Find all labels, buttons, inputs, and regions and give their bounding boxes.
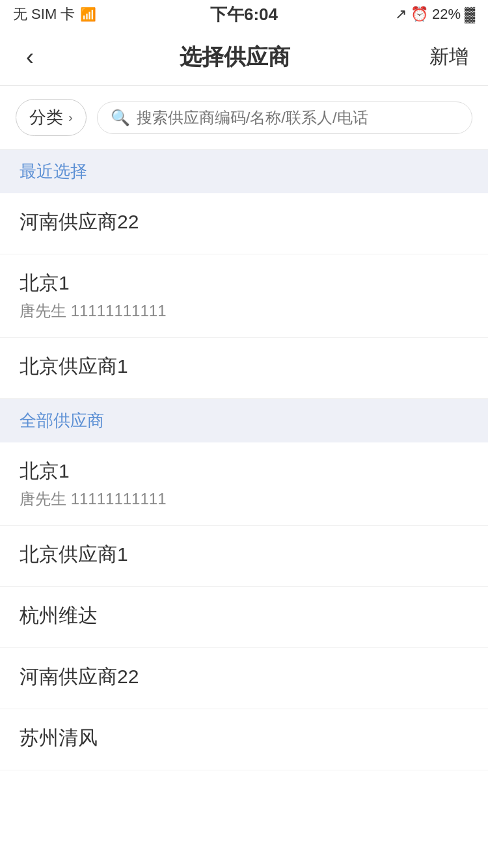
item-name: 北京供应商1 [20, 353, 468, 380]
battery-label: 22% [432, 6, 461, 23]
battery-icon: ▓ [465, 6, 475, 23]
wifi-icon: 📶 [80, 7, 96, 22]
list-item[interactable]: 北京1唐先生 11111111111 [0, 254, 488, 338]
status-bar: 无 SIM 卡 📶 下午6:04 ↗ ⏰ 22% ▓ [0, 0, 488, 29]
sim-label: 无 SIM 卡 [13, 5, 75, 24]
item-detail: 唐先生 11111111111 [20, 489, 468, 509]
category-button[interactable]: 分类 › [16, 99, 87, 136]
list-item[interactable]: 杭州维达 [0, 587, 488, 648]
item-name: 苏州清风 [20, 725, 468, 752]
list-item[interactable]: 北京供应商1 [0, 526, 488, 587]
section-header-recent: 最近选择 [0, 150, 488, 193]
list-item[interactable]: 河南供应商22 [0, 193, 488, 254]
item-name: 杭州维达 [20, 603, 468, 629]
section-header-all: 全部供应商 [0, 399, 488, 442]
status-left: 无 SIM 卡 📶 [13, 5, 96, 24]
list-item[interactable]: 北京供应商1 [0, 338, 488, 399]
back-button[interactable]: ‹ [20, 37, 40, 77]
item-name: 河南供应商22 [20, 664, 468, 690]
supplier-list: 最近选择河南供应商22北京1唐先生 11111111111北京供应商1全部供应商… [0, 150, 488, 770]
item-name: 北京供应商1 [20, 541, 468, 568]
list-item[interactable]: 河南供应商22 [0, 648, 488, 709]
search-input[interactable] [137, 109, 459, 127]
search-box[interactable]: 🔍 [97, 102, 472, 134]
item-name: 北京1 [20, 270, 468, 297]
filter-bar: 分类 › 🔍 [0, 86, 488, 150]
page-title: 选择供应商 [180, 42, 290, 72]
item-name: 河南供应商22 [20, 209, 468, 236]
alarm-icon: ⏰ [411, 6, 428, 23]
item-detail: 唐先生 11111111111 [20, 301, 468, 321]
item-name: 北京1 [20, 458, 468, 485]
search-icon: 🔍 [111, 109, 130, 127]
chevron-right-icon: › [68, 110, 73, 125]
status-time: 下午6:04 [210, 3, 278, 26]
category-label: 分类 [29, 106, 63, 129]
list-item[interactable]: 北京1唐先生 11111111111 [0, 442, 488, 526]
nav-bar: ‹ 选择供应商 新增 [0, 29, 488, 86]
list-item[interactable]: 苏州清风 [0, 709, 488, 770]
add-button[interactable]: 新增 [429, 44, 468, 70]
location-icon: ↗ [395, 6, 407, 23]
status-right: ↗ ⏰ 22% ▓ [395, 6, 475, 23]
